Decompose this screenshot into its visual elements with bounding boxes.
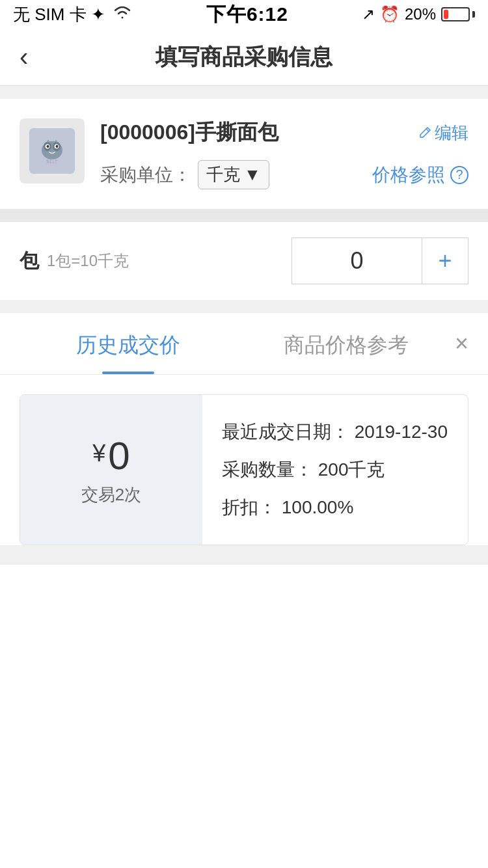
quantity-plus-button[interactable]: + (422, 237, 468, 284)
status-left: 无 SIM 卡 ✦ (13, 3, 133, 26)
transaction-card: ¥ 0 交易2次 最近成交日期： 2019-12-30 采购数量： 200千克 … (20, 394, 468, 545)
bottom-area (0, 565, 488, 868)
back-button[interactable]: ‹ (20, 42, 28, 72)
date-value: 2019-12-30 (355, 422, 448, 442)
battery-icon (441, 7, 475, 21)
page-title: 填写商品采购信息 (156, 42, 332, 72)
dropdown-icon: ▼ (244, 165, 261, 185)
qty-label: 采购数量： (222, 459, 313, 480)
tabs-header: 历史成交价 商品价格参考 × (0, 313, 488, 375)
location-icon: ↗ (362, 5, 375, 23)
price-value: 0 (108, 433, 129, 478)
quantity-label: 包 1包=10千克 (20, 248, 129, 275)
unit-conversion: 1包=10千克 (47, 251, 129, 271)
wifi-icon (112, 5, 133, 25)
currency-symbol: ¥ (92, 440, 105, 467)
svg-text:鲜计: 鲜计 (46, 158, 58, 165)
date-label: 最近成交日期： (222, 422, 349, 442)
quantity-controls: + (291, 237, 468, 284)
tab-product-price-ref[interactable]: 商品价格参考 (237, 313, 454, 374)
transaction-discount-row: 折扣： 100.00% (222, 494, 448, 521)
product-card: 鲜计 [0000006]手撕面包 编辑 采购单位： 千克 ▼ (0, 99, 488, 209)
alarm-icon: ⏰ (380, 5, 400, 23)
transaction-qty-row: 采购数量： 200千克 (222, 456, 448, 483)
battery-percent: 20% (405, 5, 436, 23)
status-right: ↗ ⏰ 20% (362, 5, 475, 23)
transaction-count: 交易2次 (81, 483, 141, 506)
discount-label: 折扣： (222, 497, 277, 517)
svg-point-6 (56, 145, 59, 148)
svg-point-5 (47, 145, 49, 148)
status-time: 下午6:12 (206, 1, 288, 28)
quantity-row: 包 1包=10千克 + (0, 222, 488, 300)
separator (0, 209, 488, 222)
price-reference-button[interactable]: 价格参照 ? (372, 163, 468, 187)
product-thumbnail: 鲜计 (20, 118, 85, 183)
product-owl-logo: 鲜计 (36, 132, 68, 170)
nav-bar: ‹ 填写商品采购信息 (0, 29, 488, 86)
product-info: [0000006]手撕面包 编辑 采购单位： 千克 ▼ 价格参照 ? (100, 118, 468, 189)
tab-history-price[interactable]: 历史成交价 (20, 313, 237, 374)
tabs-section: 历史成交价 商品价格参考 × ¥ 0 交易2次 最近成交日期： 2019-12-… (0, 313, 488, 545)
transaction-price: ¥ 0 (92, 433, 129, 478)
help-icon: ? (450, 166, 468, 184)
quantity-input[interactable] (291, 237, 422, 284)
discount-value: 100.00% (282, 497, 354, 517)
tab-close-button[interactable]: × (455, 317, 468, 370)
edit-button[interactable]: 编辑 (418, 122, 468, 144)
transaction-date-row: 最近成交日期： 2019-12-30 (222, 418, 448, 446)
unit-name: 包 (20, 248, 39, 275)
unit-label: 采购单位： 千克 ▼ (100, 160, 269, 189)
qty-value: 200千克 (318, 459, 385, 480)
product-name: [0000006]手撕面包 (100, 118, 278, 147)
no-sim-text: 无 SIM 卡 ✦ (13, 3, 105, 26)
unit-select[interactable]: 千克 ▼ (198, 160, 269, 189)
transaction-details: 最近成交日期： 2019-12-30 采购数量： 200千克 折扣： 100.0… (202, 395, 468, 545)
transaction-price-area: ¥ 0 交易2次 (20, 395, 202, 545)
status-bar: 无 SIM 卡 ✦ 下午6:12 ↗ ⏰ 20% (0, 0, 488, 29)
